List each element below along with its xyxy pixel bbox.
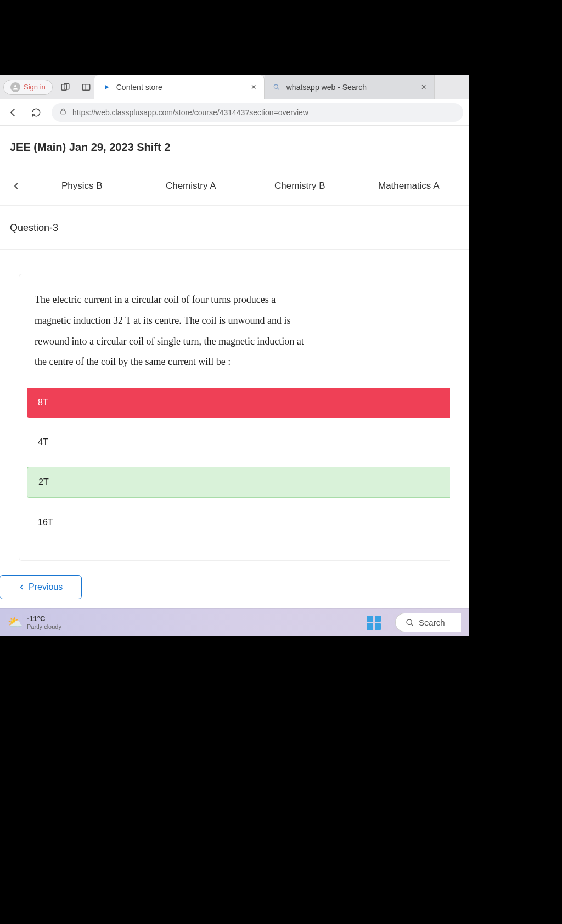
refresh-button[interactable] xyxy=(29,105,44,120)
svg-rect-7 xyxy=(61,111,65,114)
weather-condition: Partly cloudy xyxy=(27,623,61,630)
search-placeholder: Search xyxy=(419,618,445,627)
lock-icon xyxy=(59,108,67,117)
weather-icon: ⛅ xyxy=(8,616,23,630)
tab-label: whatsapp web - Search xyxy=(286,83,367,92)
svg-point-8 xyxy=(407,619,412,624)
scroll-left-button[interactable] xyxy=(5,179,27,193)
subject-tabs: Physics B Chemistry A Chemistry B Mathem… xyxy=(0,166,469,206)
address-bar: https://web.classplusapp.com/store/cours… xyxy=(0,99,469,126)
tab-whatsapp-search[interactable]: whatsapp web - Search × xyxy=(265,75,435,99)
tab-chemistry-b[interactable]: Chemistry B xyxy=(245,181,355,191)
taskbar-search[interactable]: Search xyxy=(395,613,461,632)
option-3[interactable]: 2T xyxy=(27,467,450,498)
url-input[interactable]: https://web.classplusapp.com/store/cours… xyxy=(52,103,463,122)
tab-physics-b[interactable]: Physics B xyxy=(27,181,137,191)
question-card: The electric current in a circular coil … xyxy=(19,274,450,561)
question-nav: Previous xyxy=(0,561,469,608)
search-icon xyxy=(406,618,414,627)
option-2[interactable]: 4T xyxy=(27,427,450,457)
profile-sign-in-button[interactable]: Sign in xyxy=(3,80,53,95)
search-favicon-icon xyxy=(272,83,281,92)
option-text: 8T xyxy=(38,398,48,407)
temperature: -11°C xyxy=(27,615,61,623)
option-text: 2T xyxy=(38,477,49,487)
workspaces-icon[interactable] xyxy=(57,79,74,95)
option-text: 4T xyxy=(38,437,48,447)
start-button[interactable] xyxy=(367,616,381,630)
question-number: Question-3 xyxy=(0,206,469,250)
weather-widget[interactable]: ⛅ -11°C Partly cloudy xyxy=(8,615,61,629)
close-tab-icon[interactable]: × xyxy=(421,82,426,92)
svg-point-0 xyxy=(14,85,16,87)
user-icon xyxy=(10,82,20,92)
close-tab-icon[interactable]: × xyxy=(251,82,256,92)
previous-label: Previous xyxy=(29,582,63,592)
previous-button[interactable]: Previous xyxy=(0,575,82,599)
svg-point-5 xyxy=(274,84,278,88)
option-4[interactable]: 16T xyxy=(27,508,450,537)
tab-label: Content store xyxy=(116,83,162,92)
tab-actions-icon[interactable] xyxy=(78,79,94,95)
option-text: 16T xyxy=(38,517,53,527)
browser-window: Sign in Content store × whatsapp web - S… xyxy=(0,75,469,636)
tab-content-store[interactable]: Content store × xyxy=(94,75,265,99)
site-favicon-icon xyxy=(102,83,111,92)
tab-chemistry-a[interactable]: Chemistry A xyxy=(137,181,246,191)
question-text: The electric current in a circular coil … xyxy=(19,290,327,388)
taskbar: ⛅ -11°C Partly cloudy Search xyxy=(0,608,469,636)
svg-line-9 xyxy=(412,624,413,626)
page-title: JEE (Main) Jan 29, 2023 Shift 2 xyxy=(0,126,469,166)
option-1[interactable]: 8T xyxy=(27,388,450,418)
url-text: https://web.classplusapp.com/store/cours… xyxy=(72,108,308,117)
profile-label: Sign in xyxy=(24,83,46,91)
page-content: JEE (Main) Jan 29, 2023 Shift 2 Physics … xyxy=(0,126,469,608)
back-button[interactable] xyxy=(5,105,21,120)
tab-mathematics-a[interactable]: Mathematics A xyxy=(355,181,464,191)
chevron-left-icon xyxy=(19,584,25,590)
svg-line-6 xyxy=(278,88,279,89)
tab-bar: Sign in Content store × whatsapp web - S… xyxy=(0,75,469,99)
svg-rect-3 xyxy=(82,84,90,90)
